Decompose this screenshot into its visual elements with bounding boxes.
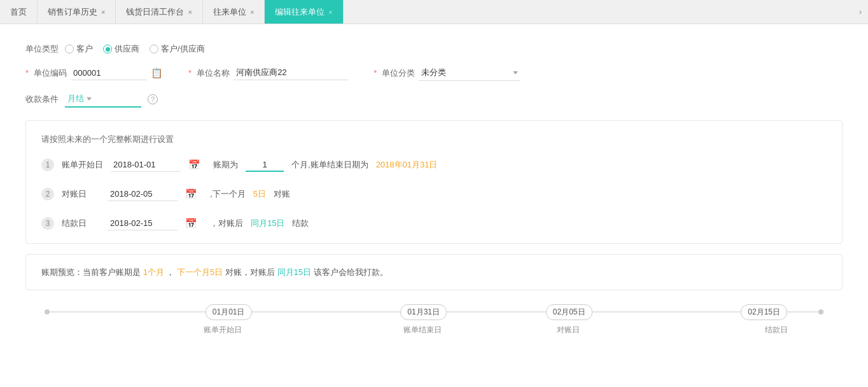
preview-mid1: ， xyxy=(166,267,174,277)
payment-condition-label: 收款条件 xyxy=(25,94,59,105)
timeline-point-3: 02月05日 xyxy=(546,304,592,320)
timeline-end-dot xyxy=(818,309,823,314)
timeline-point-1: 01月01日 xyxy=(206,304,252,320)
timeline-start-dot xyxy=(45,309,50,314)
step-row-3: 3 结款日 📅 ，对账后 同月15日 结款 xyxy=(41,216,827,230)
step-2-suffix-end: 对账 xyxy=(274,188,290,200)
tab-cash-work-label: 钱货日清工作台 xyxy=(126,6,184,18)
step-3-num: 3 xyxy=(41,217,54,230)
step-1-label: 账单开始日 xyxy=(62,159,103,171)
radio-customer-circle xyxy=(65,45,74,53)
step-2-num: 2 xyxy=(41,188,54,201)
tab-more-button[interactable]: › xyxy=(853,0,868,24)
tab-edit-partner-close[interactable]: × xyxy=(328,8,332,16)
unit-code-copy-icon[interactable]: 📋 xyxy=(151,67,163,79)
tab-home[interactable]: 首页 xyxy=(0,0,38,24)
step-1-date-input[interactable] xyxy=(111,158,181,172)
timeline-bubble-2: 01月31日 xyxy=(400,304,447,320)
step-row-2: 2 对账日 📅 ,下一个月5日 对账 xyxy=(41,187,827,201)
unit-name-label: 单位名称 xyxy=(197,67,230,79)
section-title: 请按照未来的一个完整帐期进行设置 xyxy=(41,134,827,145)
step-3-label: 结款日 xyxy=(62,218,100,229)
step-1-num: 1 xyxy=(41,158,54,171)
step-row-1: 1 账单开始日 📅 账期为 个月,账单结束日期为 2018年01月31日 xyxy=(41,158,827,172)
timeline-bubble-1: 01月01日 xyxy=(206,304,252,320)
unit-name-input[interactable] xyxy=(234,66,348,80)
unit-type-label: 单位类型 xyxy=(25,43,59,55)
tab-edit-partner-label: 编辑往来单位 xyxy=(275,6,325,18)
step-3-day-highlight: 同月15日 xyxy=(251,218,284,229)
payment-help-icon[interactable]: ? xyxy=(148,94,158,104)
payment-condition-value: 月结 xyxy=(67,93,84,104)
main-content: 单位类型 客户 供应商 客户/供应商 * 单位编码 📋 * 单位名称 xyxy=(0,24,868,387)
step-2-day-highlight: 5日 xyxy=(253,188,266,200)
preview-reconcile: 下一个月5日 xyxy=(177,267,223,277)
unit-info-row: * 单位编码 📋 * 单位名称 * 单位分类 未分类 xyxy=(25,65,843,81)
unit-category-select[interactable]: 未分类 xyxy=(419,65,521,81)
step-1-calendar-icon[interactable]: 📅 xyxy=(188,159,200,171)
unit-category-star: * xyxy=(374,68,377,78)
timeline-bubble-3: 02月05日 xyxy=(546,304,592,320)
tab-home-label: 首页 xyxy=(10,6,27,18)
radio-customer-label: 客户 xyxy=(76,43,93,55)
step-2-label: 对账日 xyxy=(62,188,100,200)
radio-customer[interactable]: 客户 xyxy=(65,43,93,55)
step-1-suffix-after: 个月,账单结束日期为 xyxy=(291,159,368,171)
timeline-label-2: 账单结束日 xyxy=(403,325,442,335)
unit-name-group: * 单位名称 xyxy=(188,66,348,80)
tab-sales-history-close[interactable]: × xyxy=(101,8,105,16)
unit-code-group: * 单位编码 📋 xyxy=(25,66,163,80)
payment-condition-chevron-icon xyxy=(87,97,92,101)
step-3-suffix-end: 结款 xyxy=(292,218,309,229)
timeline-section: 01月01日 01月31日 02月05日 02月15日 xyxy=(25,290,843,342)
unit-code-label: 单位编码 xyxy=(34,67,67,79)
unit-code-input[interactable] xyxy=(71,66,147,80)
preview-prefix: 账期预览：当前客户账期是 xyxy=(41,267,141,277)
step-1-end-date: 2018年01月31日 xyxy=(376,159,438,171)
tab-partners[interactable]: 往来单位 × xyxy=(203,0,265,24)
step-2-calendar-icon[interactable]: 📅 xyxy=(185,188,197,200)
chevron-right-icon: › xyxy=(859,7,862,17)
payment-condition-row: 收款条件 月结 ? xyxy=(25,91,843,108)
payment-condition-select[interactable]: 月结 xyxy=(65,91,141,108)
tab-cash-work-close[interactable]: × xyxy=(188,8,192,16)
tab-cash-work[interactable]: 钱货日清工作台 × xyxy=(116,0,202,24)
step-3-date-input[interactable] xyxy=(108,216,178,230)
tab-partners-label: 往来单位 xyxy=(213,6,246,18)
unit-category-group: * 单位分类 未分类 xyxy=(374,65,521,81)
timeline-point-4: 02月15日 xyxy=(741,304,787,320)
tab-bar: 首页 销售订单历史 × 钱货日清工作台 × 往来单位 × 编辑往来单位 × › xyxy=(0,0,868,24)
unit-category-value: 未分类 xyxy=(421,67,510,78)
unit-type-row: 单位类型 客户 供应商 客户/供应商 xyxy=(25,43,843,55)
unit-code-star: * xyxy=(25,68,29,78)
step-2-suffix-start: ,下一个月 xyxy=(210,188,246,200)
timeline-point-2: 01月31日 xyxy=(400,304,447,320)
tab-sales-history[interactable]: 销售订单历史 × xyxy=(38,0,116,24)
unit-type-radio-group: 客户 供应商 客户/供应商 xyxy=(65,43,205,55)
unit-name-star: * xyxy=(188,68,192,78)
unit-category-chevron-icon xyxy=(513,71,518,74)
tab-partners-close[interactable]: × xyxy=(250,8,254,16)
radio-both[interactable]: 客户/供应商 xyxy=(150,43,205,55)
tab-sales-history-label: 销售订单历史 xyxy=(48,6,97,18)
step-3-suffix-start: ，对账后 xyxy=(210,218,243,229)
radio-supplier-label: 供应商 xyxy=(115,43,139,55)
preview-payment: 同月15日 xyxy=(277,267,311,277)
preview-mid2: 对账，对账后 xyxy=(225,267,277,277)
radio-both-circle xyxy=(150,45,158,53)
preview-section: 账期预览：当前客户账期是 1个月 ， 下一个月5日 对账，对账后 同月15日 该… xyxy=(25,254,843,290)
timeline-label-3: 对账日 xyxy=(557,325,580,335)
preview-period: 1个月 xyxy=(143,267,164,277)
unit-category-label: 单位分类 xyxy=(382,67,415,79)
step-1-period-input[interactable] xyxy=(246,158,284,172)
tab-edit-partner[interactable]: 编辑往来单位 × xyxy=(265,0,343,24)
step-2-date-input[interactable] xyxy=(108,187,178,201)
preview-suffix: 该客户会给我打款。 xyxy=(314,267,388,277)
radio-both-label: 客户/供应商 xyxy=(161,43,205,55)
period-settings-section: 请按照未来的一个完整帐期进行设置 1 账单开始日 📅 账期为 个月,账单结束日期… xyxy=(25,120,843,244)
step-1-suffix-before: 账期为 xyxy=(213,159,238,171)
timeline-label-1: 账单开始日 xyxy=(204,325,242,335)
timeline-label-4: 结款日 xyxy=(765,325,788,335)
radio-supplier[interactable]: 供应商 xyxy=(103,43,139,55)
step-3-calendar-icon[interactable]: 📅 xyxy=(185,218,197,229)
